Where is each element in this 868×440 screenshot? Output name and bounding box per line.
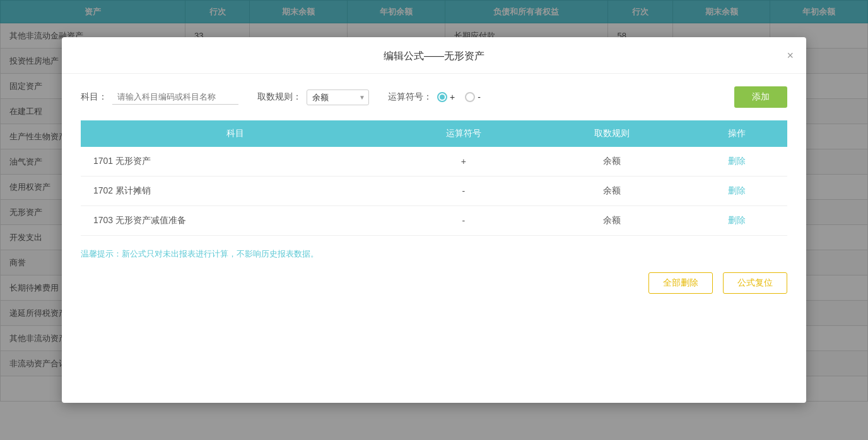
th-rule: 取数规则 <box>537 120 686 147</box>
row2-subject: 1702 累计摊销 <box>81 177 389 206</box>
modal-close-button[interactable]: × <box>787 50 794 61</box>
modal-header: 编辑公式——无形资产 × <box>62 37 806 74</box>
add-button[interactable]: 添加 <box>734 86 787 108</box>
warning-text: 温馨提示：新公式只对未出报表进行计算，不影响历史报表数据。 <box>62 236 806 266</box>
rule-label: 取数规则： <box>257 91 302 103</box>
row3-delete-button[interactable]: 删除 <box>728 215 746 226</box>
table-header-row: 科目 运算符号 取数规则 操作 <box>81 120 787 147</box>
radio-plus-circle <box>437 92 447 102</box>
operator-plus-label: + <box>450 92 455 102</box>
edit-formula-modal: 编辑公式——无形资产 × 科目： 取数规则： 余额 借方 贷方 借方发生额 贷方… <box>62 37 806 403</box>
row1-delete-button[interactable]: 删除 <box>728 156 746 167</box>
operator-label: 运算符号： <box>388 91 432 103</box>
rule-select-wrapper: 余额 借方 贷方 借方发生额 贷方发生额 ▼ <box>307 90 369 105</box>
operator-minus-label: - <box>478 92 481 102</box>
subject-form-group: 科目： <box>81 90 238 105</box>
operator-radio-group: + - <box>437 92 481 102</box>
row3-action: 删除 <box>686 206 787 236</box>
delete-all-button[interactable]: 全部删除 <box>648 272 713 294</box>
reset-formula-button[interactable]: 公式复位 <box>723 272 787 294</box>
operator-minus-radio[interactable]: - <box>465 92 481 102</box>
row1-action: 删除 <box>686 147 787 177</box>
modal-footer: 全部删除 公式复位 <box>62 266 806 294</box>
formula-form-row: 科目： 取数规则： 余额 借方 贷方 借方发生额 贷方发生额 ▼ 运算符号： <box>62 74 806 120</box>
radio-minus-circle <box>465 92 475 102</box>
subject-input[interactable] <box>112 90 238 105</box>
row1-operator: + <box>389 147 537 177</box>
row2-operator: - <box>389 177 537 206</box>
operator-plus-radio[interactable]: + <box>437 92 455 102</box>
row1-rule: 余额 <box>537 147 686 177</box>
rule-select[interactable]: 余额 借方 贷方 借方发生额 贷方发生额 <box>307 90 369 105</box>
row1-subject: 1701 无形资产 <box>81 147 389 177</box>
row2-action: 删除 <box>686 177 787 206</box>
operator-form-group: 运算符号： + - <box>388 91 481 103</box>
th-action: 操作 <box>686 120 787 147</box>
row2-rule: 余额 <box>537 177 686 206</box>
formula-table: 科目 运算符号 取数规则 操作 1701 无形资产 + 余额 删除 1702 累… <box>81 120 787 236</box>
row3-operator: - <box>389 206 537 236</box>
row2-delete-button[interactable]: 删除 <box>728 185 746 197</box>
table-row: 1703 无形资产减值准备 - 余额 删除 <box>81 206 787 236</box>
table-row: 1702 累计摊销 - 余额 删除 <box>81 177 787 206</box>
row3-subject: 1703 无形资产减值准备 <box>81 206 389 236</box>
table-row: 1701 无形资产 + 余额 删除 <box>81 147 787 177</box>
row3-rule: 余额 <box>537 206 686 236</box>
th-operator: 运算符号 <box>389 120 537 147</box>
subject-label: 科目： <box>81 91 107 103</box>
data-table-wrapper: 科目 运算符号 取数规则 操作 1701 无形资产 + 余额 删除 1702 累… <box>62 120 806 236</box>
modal-title: 编辑公式——无形资产 <box>384 50 484 63</box>
th-subject: 科目 <box>81 120 389 147</box>
rule-form-group: 取数规则： 余额 借方 贷方 借方发生额 贷方发生额 ▼ <box>257 90 369 105</box>
